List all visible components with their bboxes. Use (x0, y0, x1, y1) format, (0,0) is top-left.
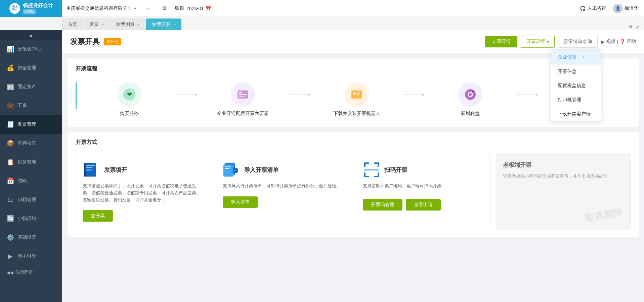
manual-fill-button[interactable]: 去开票 (83, 210, 113, 222)
logo-area: 好 畅捷通好会计 旗舰版 (0, 0, 62, 17)
boss-card-desc: 查看老板端小程序提交的开票申请，并作出相应的处理。 (503, 173, 624, 180)
user-name: 徐泽华 (625, 5, 639, 11)
dropdown-item-company-info[interactable]: 企业信息 → (551, 49, 601, 65)
manual-fill-icon (83, 161, 100, 179)
svg-rect-32 (364, 162, 366, 167)
sidebar-item-jichu[interactable]: ⚙️ 基础设置 (0, 228, 62, 247)
tab-invoice[interactable]: 发票 × (84, 18, 110, 30)
tab-home-label: 首页 (68, 22, 77, 28)
view-application-button[interactable]: 查看申请 (406, 199, 441, 211)
method-card-scan-header: 扫码开票 (363, 161, 483, 179)
flow-arrow-4 (517, 95, 537, 95)
sidebar-scroll-up[interactable]: ▲ (0, 30, 62, 40)
shuiwu-icon: 📋 (7, 158, 14, 166)
import-list-icon: ← (223, 161, 240, 179)
red-arrow-icon: → (579, 53, 585, 61)
sidebar-item-shuiwu[interactable]: 📋 税务管理 (0, 153, 62, 172)
logo-text-area: 畅捷通好会计 旗舰版 (23, 2, 53, 14)
status-badge: 待开通 (104, 38, 121, 45)
svg-text:+: + (131, 89, 133, 94)
sidebar-item-guidang[interactable]: 🗂 归档管理 (0, 190, 62, 209)
sidebar-cancel[interactable]: ◀◀ 取消固定 (0, 266, 62, 279)
exception-button[interactable]: 异常清单查询 (558, 36, 598, 48)
scan-icon (363, 161, 380, 179)
play-icon: ▶ (601, 39, 605, 44)
buy-service-icon: ❤ + (117, 82, 141, 107)
svg-rect-20 (85, 165, 95, 166)
kucun-icon: 📦 (7, 140, 14, 147)
calendar-icon[interactable]: 📅 (206, 6, 211, 11)
divider: | (617, 39, 618, 44)
sidebar-item-guding[interactable]: 🏢 固定资产 (0, 77, 62, 96)
user-info[interactable]: 👤 徐泽华 (613, 4, 639, 13)
svg-rect-5 (239, 94, 247, 95)
sidebar-item-jiezhang[interactable]: 📅 结账 (0, 172, 62, 190)
guding-icon: 🏢 (7, 83, 14, 90)
tab-invoice-calc-close[interactable]: × (137, 22, 140, 27)
jiezhang-icon: 📅 (7, 177, 14, 185)
cancel-icon: ◀◀ (7, 270, 13, 275)
sidebar-item-jichu-label: 基础设置 (17, 234, 36, 240)
fapiao-icon: 🧾 (7, 121, 14, 128)
yunbao-icon: 📊 (7, 45, 14, 53)
download-client-label: 下载开票客户端 (558, 111, 591, 117)
consult-button[interactable]: 🎧 人工咨询 (580, 5, 606, 11)
config-enterprise-icon (231, 82, 255, 107)
avatar: 👤 (613, 4, 622, 13)
svg-rect-26 (223, 164, 233, 177)
video-label: 视频 (606, 39, 615, 45)
svg-rect-7 (351, 90, 362, 99)
sidebar-item-fapiao[interactable]: 🧾 发票管理 (0, 115, 62, 134)
flow-arrow-3 (403, 95, 424, 95)
sidebar-item-gongzi[interactable]: 💼 工资 (0, 96, 62, 115)
scan-code-manage-button[interactable]: 开票码管理 (363, 199, 402, 211)
flow-step-3-label: 下载并安装开票机器人 (333, 111, 380, 117)
activate-button[interactable]: 立即开通 (485, 36, 517, 47)
close-window-icon[interactable]: ✕ (629, 24, 633, 30)
dropdown-item-invoice-info[interactable]: 开票信息 (551, 65, 601, 79)
tab-invoice-calc-label: 发票测算 (116, 22, 135, 28)
page-title-area: 发票开具 待开通 (70, 37, 121, 47)
sidebar-item-xiaochang[interactable]: 🔄 小畅报销 (0, 209, 62, 228)
flow-step-4: + 税 新增税盘 (424, 82, 517, 117)
tab-invoice-open[interactable]: 发票开具 × (146, 18, 181, 30)
import-list-button[interactable]: 导入清单 (223, 196, 258, 208)
settings-icon[interactable]: ⚙ (159, 3, 170, 14)
video-help[interactable]: ▶ 视频 | ❓ 帮助 (601, 39, 636, 45)
method-card-import-desc: 支持导入待开票清单，可对待开票清单进行拆分、合并处理。 (223, 183, 343, 190)
sidebar-item-yunbao[interactable]: 📊 云报表中心 (0, 40, 62, 59)
sidebar-item-kucun[interactable]: 📦 库存核算 (0, 134, 62, 153)
tab-home[interactable]: 首页 (62, 18, 83, 30)
flow-divider (76, 82, 80, 109)
dropdown-item-printer-mgmt[interactable]: 打印机管理 (551, 93, 601, 107)
logo-icon: 好 (9, 3, 20, 14)
maximize-icon[interactable]: ⤢ (636, 24, 640, 30)
header: 好 畅捷通好会计 旗舰版 重庆畅捷交通信息咨询有限公司 ▾ ＋ ⚙ 账期 202… (0, 0, 644, 17)
settings-button[interactable]: 开票设置 ▾ (521, 36, 555, 48)
question-icon: ❓ (619, 39, 625, 44)
logo-badge: 旗舰版 (23, 9, 36, 14)
header-actions: ＋ ⚙ 账期 2023-01 📅 (143, 3, 211, 14)
sidebar-item-xinshou[interactable]: ▶ 新手引导 (0, 247, 62, 266)
svg-rect-23 (85, 171, 91, 171)
sidebar-item-zijin[interactable]: 💰 资金管理 (0, 59, 62, 77)
dropdown-item-tax-config[interactable]: 配置税盘信息 (551, 79, 601, 93)
tab-invoice-close[interactable]: × (101, 22, 104, 27)
guidang-icon: 🗂 (7, 196, 14, 203)
svg-rect-34 (378, 162, 379, 167)
tab-invoice-open-close[interactable]: × (173, 22, 176, 27)
pending-badge: 敬请期待 (584, 206, 623, 225)
add-icon[interactable]: ＋ (143, 3, 154, 14)
company-selector[interactable]: 重庆畅捷交通信息咨询有限公司 ▾ (62, 5, 140, 11)
flow-arrow-2 (290, 95, 310, 95)
dropdown-item-download-client[interactable]: 下载开票客户端 (551, 107, 601, 121)
method-card-manual: 发票填开 支持按照发票样式手工填开发票；可开具增值税电子普通发票、增值税普通发票… (76, 153, 210, 230)
svg-rect-10 (357, 94, 359, 95)
zijin-icon: 💰 (7, 64, 14, 72)
tab-actions: ✕ ⤢ (629, 24, 644, 30)
flow-step-2-label: 企业开通配置开票六要素 (217, 111, 269, 117)
svg-rect-4 (239, 92, 242, 93)
tab-invoice-calc[interactable]: 发票测算 × (110, 18, 145, 30)
logo-text: 畅捷通好会计 (23, 2, 53, 8)
flow-step-1-label: 购买服务 (120, 111, 139, 117)
